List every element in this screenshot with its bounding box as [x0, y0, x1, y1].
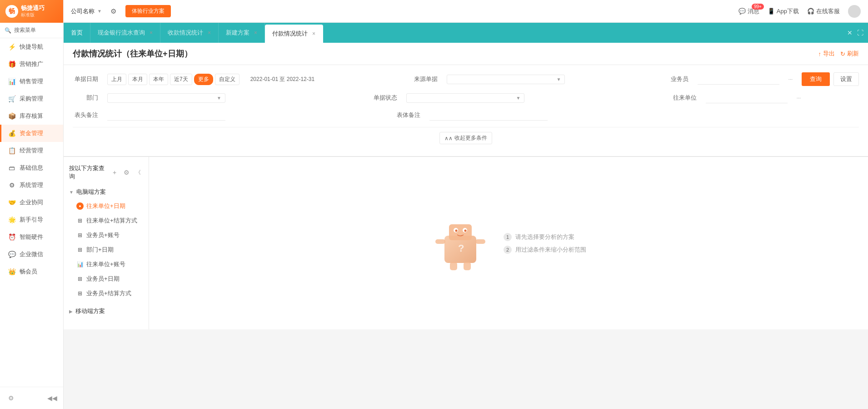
- scheme-settings-btn[interactable]: ⚙: [121, 167, 131, 177]
- scheme-desktop-label: 电脑端方案: [76, 188, 106, 196]
- tab-expand-icon[interactable]: ⛶: [857, 29, 863, 36]
- company-dropdown-icon: ▼: [97, 9, 102, 14]
- tab-close-all-icon[interactable]: ✕: [847, 29, 853, 36]
- voucher-status-select[interactable]: ▼: [406, 93, 524, 103]
- scheme-desktop-group: ▼ 电脑端方案 ● 往来单位+日期 ⊞ 往来单位+结算方式 ⊞ 业务员+账号: [64, 183, 149, 303]
- customer-service-btn[interactable]: 🎧 在线客服: [807, 7, 840, 15]
- partner-input[interactable]: [706, 92, 788, 103]
- partner-more-icon[interactable]: ···: [797, 95, 801, 101]
- notification-icon: 💬: [738, 8, 746, 15]
- sidebar-item-company[interactable]: 🤝 企业协同: [0, 194, 63, 211]
- settings-btn[interactable]: 设置: [833, 72, 859, 86]
- sidebar-item-label: 系统管理: [20, 181, 43, 189]
- refresh-btn[interactable]: ↻ 刷新: [840, 50, 859, 58]
- scheme-item-salesperson-date[interactable]: ⊞ 业务员+日期: [64, 272, 149, 286]
- sidebar-item-inventory[interactable]: 📦 库存核算: [0, 107, 63, 125]
- scheme-add-btn[interactable]: +: [110, 167, 120, 177]
- sidebar-item-purchase[interactable]: 🛒 采购管理: [0, 90, 63, 107]
- sidebar-footer: ⚙ ◀◀: [0, 387, 63, 409]
- filter-action-btns: 查询 设置: [802, 72, 859, 86]
- logo-badge: 标准版: [21, 12, 45, 18]
- collapse-row: ∧∧ 收起更多条件: [73, 127, 859, 149]
- dept-select[interactable]: ▼: [107, 93, 225, 103]
- date-btn-7days[interactable]: 近7天: [170, 74, 192, 85]
- tab-new-scheme-close[interactable]: ×: [254, 30, 257, 36]
- page-header-actions: ↑ 导出 ↻ 刷新: [818, 50, 859, 58]
- content-area: 按以下方案查询 + ⚙ 《 ▼ 电脑端方案 ● 往来单位+日期: [64, 157, 868, 329]
- scheme-item-active-icon: ●: [76, 202, 84, 210]
- date-buttons: 上月 本月 本年 近7天 更多 自定义: [107, 74, 239, 85]
- tab-payment-stats[interactable]: 付款情况统计 ×: [265, 25, 323, 43]
- scheme-collapse-btn[interactable]: 《: [133, 167, 143, 177]
- weixin-icon: 💬: [8, 250, 16, 258]
- salesperson-more-icon[interactable]: ···: [788, 76, 793, 82]
- footer-collapse-icon[interactable]: ◀◀: [46, 392, 59, 404]
- trial-btn[interactable]: 体验行业方案: [125, 5, 171, 17]
- scheme-mobile-header[interactable]: ▶ 移动端方案: [64, 304, 149, 318]
- sidebar-item-guide[interactable]: 🌟 新手引导: [0, 211, 63, 228]
- source-arrow-icon: ▼: [557, 77, 561, 82]
- scheme-item-partner-date[interactable]: ● 往来单位+日期: [64, 199, 149, 213]
- header-settings-btn[interactable]: ⚙: [107, 5, 120, 18]
- scheme-item-salesperson-settlement[interactable]: ⊞ 业务员+结算方式: [64, 286, 149, 301]
- app-download-btn[interactable]: 📱 App下载: [768, 7, 799, 15]
- sidebar-item-system[interactable]: ⚙ 系统管理: [0, 177, 63, 194]
- scheme-desktop-header[interactable]: ▼ 电脑端方案: [64, 185, 149, 199]
- logo-icon: 畅: [5, 5, 18, 18]
- salesperson-input[interactable]: [698, 74, 779, 85]
- tab-new-scheme[interactable]: 新建方案 ×: [219, 23, 265, 43]
- sidebar-item-finance[interactable]: 💰 资金管理: [0, 125, 63, 142]
- header-actions: 💬 消息 99+ 📱 App下载 🎧 在线客服: [738, 5, 861, 18]
- scheme-desktop-arrow: ▼: [69, 190, 74, 195]
- top-header: 公司名称 ▼ ⚙ 体验行业方案 💬 消息 99+ 📱 App下载 🎧 在线客服: [64, 0, 868, 23]
- tab-cash-flow[interactable]: 现金银行流水查询 ×: [90, 23, 160, 43]
- svg-rect-6: [435, 239, 445, 244]
- sidebar-item-operations[interactable]: 📋 经营管理: [0, 142, 63, 159]
- page-title: 付款情况统计（往来单位+日期）: [73, 48, 192, 59]
- body-note-input[interactable]: [429, 110, 548, 121]
- sidebar-item-marketing[interactable]: 🎁 营销推广: [0, 56, 63, 73]
- export-btn[interactable]: ↑ 导出: [818, 50, 835, 58]
- scheme-item-partner-settlement[interactable]: ⊞ 往来单位+结算方式: [64, 213, 149, 228]
- svg-rect-9: [464, 262, 471, 270]
- date-btn-this-year[interactable]: 本年: [149, 74, 168, 85]
- tab-collection-stats[interactable]: 收款情况统计 ×: [160, 23, 219, 43]
- date-btn-custom[interactable]: 自定义: [215, 74, 239, 85]
- sidebar-item-basic-info[interactable]: 🗃 基础信息: [0, 159, 63, 177]
- collapse-btn[interactable]: ∧∧ 收起更多条件: [439, 132, 492, 144]
- header-note-label: 表头备注: [73, 111, 98, 119]
- basic-info-icon: 🗃: [8, 164, 16, 172]
- scheme-item-partner-account[interactable]: 📊 往来单位+账号: [64, 257, 149, 272]
- sidebar-item-member[interactable]: 👑 畅会员: [0, 263, 63, 280]
- notification-btn[interactable]: 💬 消息 99+: [738, 7, 759, 15]
- export-icon: ↑: [818, 50, 822, 57]
- date-btn-last-month[interactable]: 上月: [107, 74, 126, 85]
- scheme-mobile-label: 移动端方案: [75, 307, 105, 315]
- sidebar-item-label: 企业协同: [20, 198, 43, 207]
- tab-cash-flow-close[interactable]: ×: [150, 30, 153, 36]
- sidebar-item-hardware[interactable]: ⏰ 智能硬件: [0, 228, 63, 246]
- empty-svg: ?: [431, 213, 490, 272]
- header-note-input[interactable]: [107, 110, 225, 121]
- empty-hints: 1 请先选择要分析的方案 2 用过滤条件来缩小分析范围: [504, 233, 586, 254]
- sidebar-item-quick-nav[interactable]: ⚡ 快捷导航: [0, 38, 63, 56]
- scheme-item-salesperson-account[interactable]: ⊞ 业务员+账号: [64, 228, 149, 242]
- sidebar-item-weixin[interactable]: 💬 企业微信: [0, 246, 63, 263]
- search-menu[interactable]: 🔍 搜索菜单: [0, 23, 63, 38]
- date-btn-this-month[interactable]: 本月: [128, 74, 147, 85]
- sidebar-item-sales[interactable]: 📊 销售管理: [0, 73, 63, 90]
- date-btn-more[interactable]: 更多: [194, 74, 213, 85]
- query-btn[interactable]: 查询: [802, 72, 830, 86]
- voucher-status-arrow-icon: ▼: [516, 96, 521, 101]
- collapse-up-icon: ∧∧: [444, 135, 453, 141]
- tab-payment-close[interactable]: ×: [312, 30, 315, 37]
- quick-nav-icon: ⚡: [8, 43, 16, 51]
- tab-home[interactable]: 首页: [64, 23, 90, 43]
- svg-point-4: [455, 230, 458, 232]
- user-avatar[interactable]: [848, 5, 861, 18]
- tab-collection-close[interactable]: ×: [208, 30, 211, 36]
- footer-settings-icon[interactable]: ⚙: [5, 392, 17, 404]
- scheme-item-dept-date[interactable]: ⊞ 部门+日期: [64, 242, 149, 257]
- company-selector[interactable]: 公司名称 ▼: [71, 7, 102, 15]
- source-select[interactable]: ▼: [447, 75, 565, 84]
